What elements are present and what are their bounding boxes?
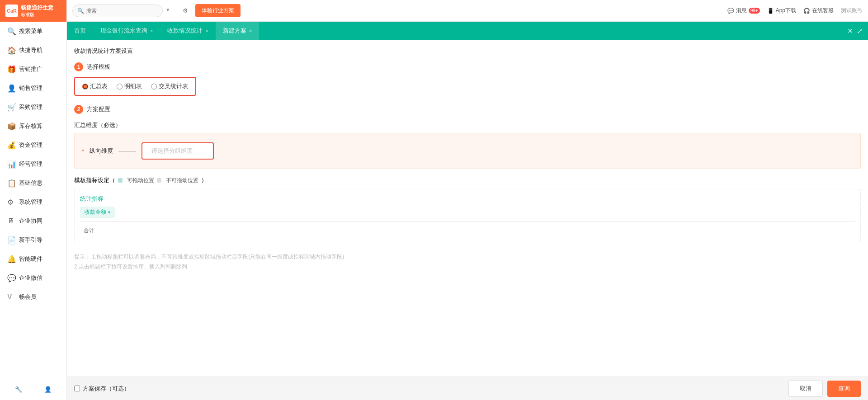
- app-download-item[interactable]: 📱 App下载: [767, 7, 796, 14]
- search-input[interactable]: [86, 8, 154, 14]
- cancel-button[interactable]: 取消: [788, 381, 823, 397]
- radio-summary-input[interactable]: [82, 84, 88, 89]
- message-icon-item[interactable]: 💬 消息 99+: [727, 7, 760, 14]
- page-title: 收款情况统计方案设置: [74, 47, 861, 55]
- step1-header: 1 选择模板: [74, 62, 861, 71]
- box-icon: 📦: [7, 122, 15, 130]
- settings-gear-icon[interactable]: ⚙: [179, 5, 192, 17]
- sidebar-bottom-icon2[interactable]: 👤: [41, 382, 55, 396]
- radio-cross-label: 交叉统计表: [159, 82, 188, 90]
- radio-detail-input[interactable]: [117, 84, 123, 89]
- tab-expand-icon[interactable]: ⤢: [857, 27, 863, 35]
- select-dimension-placeholder: 请选择分组维度: [151, 147, 193, 154]
- summary-dimension-label: 汇总维度（必选）: [74, 121, 861, 129]
- sidebar-item-label: 经营管理: [19, 160, 42, 168]
- collection-amount-label: 收款金额: [85, 208, 106, 216]
- gift-icon: 🎁: [7, 65, 15, 73]
- cart-icon: 🛒: [7, 103, 15, 111]
- sidebar-item-basic-info[interactable]: 📋 基础信息: [0, 174, 66, 193]
- radio-cross[interactable]: 交叉统计表: [151, 82, 188, 90]
- hint-1: 提示： 1.拖动标题栏可以调整布局，不可跨维度或指标区域拖动栏目字段(只能在同一…: [74, 252, 861, 262]
- app-icon: 📱: [767, 8, 774, 14]
- sidebar-item-enterprise[interactable]: 🖥 企业协同: [0, 212, 66, 231]
- gear-icon: ⚙: [7, 198, 15, 206]
- search-box[interactable]: 🔍: [72, 5, 163, 17]
- indicator-category-label: 统计指标: [80, 195, 855, 203]
- tabbar-controls: ✕ ⤢: [842, 22, 868, 40]
- radio-summary[interactable]: 汇总表: [82, 82, 108, 90]
- sidebar-item-guide[interactable]: 📄 新手引导: [0, 231, 66, 249]
- tab-home[interactable]: 首页: [67, 22, 93, 40]
- tab-cashflow-close[interactable]: ×: [150, 28, 153, 33]
- sidebar-item-hardware[interactable]: 🔔 智能硬件: [0, 249, 66, 268]
- sidebar-bottom: 🔧 👤: [0, 378, 66, 400]
- save-checkbox[interactable]: [74, 386, 80, 391]
- tab-new-plan[interactable]: 新建方案 ×: [216, 22, 259, 40]
- chart-icon: 📊: [7, 160, 15, 168]
- select-dimension-dropdown[interactable]: 请选择分组维度: [142, 142, 214, 160]
- content-area: 收款情况统计方案设置 1 选择模板 汇总表 明细表: [67, 40, 868, 400]
- sidebar-item-member[interactable]: V 畅会员: [0, 287, 66, 306]
- non-draggable-indicator: [157, 178, 161, 183]
- tab-collection-close[interactable]: ×: [205, 28, 208, 33]
- vip-icon: V: [7, 293, 15, 301]
- indicators-section: 模板指标设定（ 可拖动位置 不可拖动位置 ） 统计指标 收款金额 ▾: [74, 176, 861, 243]
- step1-title: 选择模板: [87, 63, 110, 71]
- radio-cross-input[interactable]: [151, 84, 157, 89]
- tab-home-label: 首页: [74, 27, 86, 35]
- radio-detail[interactable]: 明细表: [117, 82, 142, 90]
- tab-cashflow[interactable]: 现金银行流水查询 ×: [93, 22, 160, 40]
- tab-collection[interactable]: 收款情况统计 ×: [160, 22, 215, 40]
- step1-num: 1: [74, 62, 83, 71]
- money-icon: 💰: [7, 141, 15, 149]
- sidebar-item-search[interactable]: 🔍 搜索菜单: [0, 22, 66, 41]
- drag-cannot-label: 不可拖动位置: [166, 177, 198, 184]
- collection-amount-tag[interactable]: 收款金额 ▾: [80, 207, 115, 218]
- dropdown-icon[interactable]: ▾: [166, 6, 175, 15]
- indicator-row: 收款金额 ▾: [80, 207, 855, 218]
- drag-can-label: 可拖动位置: [127, 177, 154, 184]
- sidebar-item-system[interactable]: ⚙ 系统管理: [0, 193, 66, 212]
- user-name: 测试账号: [841, 7, 863, 14]
- tab-close-all-icon[interactable]: ✕: [847, 27, 853, 35]
- save-label: 方案保存（可选）: [83, 385, 130, 393]
- sidebar-bottom-icon1[interactable]: 🔧: [11, 382, 26, 396]
- sidebar-item-finance[interactable]: 💰 资金管理: [0, 136, 66, 155]
- sidebar-item-purchase[interactable]: 🛒 采购管理: [0, 98, 66, 117]
- message-icon: 💬: [727, 8, 734, 14]
- sidebar-item-label: 智能硬件: [19, 255, 42, 263]
- query-button[interactable]: 查询: [827, 381, 861, 397]
- monitor-icon: 🖥: [7, 217, 15, 225]
- app-label: App下载: [776, 7, 796, 14]
- online-service-item[interactable]: 🎧 在线客服: [803, 7, 834, 14]
- sidebar-item-marketing[interactable]: 🎁 营销推广: [0, 60, 66, 79]
- sidebar-item-sales[interactable]: 👤 销售管理: [0, 79, 66, 98]
- required-asterisk: *: [82, 148, 84, 155]
- sidebar-item-inventory[interactable]: 📦 库存核算: [0, 117, 66, 136]
- logo-icon: CaR: [5, 5, 18, 17]
- dimension-row: * 纵向维度 ——— 请选择分组维度: [82, 142, 853, 160]
- main-content: 收款情况统计方案设置 1 选择模板 汇总表 明细表: [67, 40, 868, 400]
- topbar: 🔍 ▾ ⚙ 体验行业方案 💬 消息 99+ 📱 App下载 🎧 在线客服 测试账…: [67, 0, 868, 22]
- arrow-icon: ———: [118, 148, 136, 155]
- tab-new-plan-close[interactable]: ×: [249, 28, 252, 33]
- sidebar-item-label: 基础信息: [19, 179, 42, 187]
- step2-title: 方案配置: [87, 105, 110, 113]
- hints-area: 提示： 1.拖动标题栏可以调整布局，不可跨维度或指标区域拖动栏目字段(只能在同一…: [74, 252, 861, 272]
- sidebar-item-management[interactable]: 📊 经营管理: [0, 155, 66, 174]
- sidebar-item-label: 畅会员: [19, 293, 37, 301]
- step1-section: 1 选择模板 汇总表 明细表 交叉统计表: [74, 62, 861, 96]
- sidebar-item-label: 资金管理: [19, 141, 42, 149]
- industry-plan-button[interactable]: 体验行业方案: [195, 4, 241, 17]
- tabbar: 首页 现金银行流水查询 × 收款情况统计 × 新建方案 × ✕ ⤢: [67, 22, 868, 40]
- sidebar: CaR 畅捷通好生意 标准版 🔍 搜索菜单 🏠 快捷导航 🎁 营销推广 👤 销售…: [0, 0, 67, 400]
- list-icon: 📋: [7, 179, 15, 187]
- radio-detail-label: 明细表: [124, 82, 142, 90]
- home-icon: 🏠: [7, 46, 15, 54]
- sidebar-item-wechat[interactable]: 💬 企业微信: [0, 268, 66, 287]
- topbar-right: 💬 消息 99+ 📱 App下载 🎧 在线客服 测试账号: [727, 7, 863, 14]
- dimension-area: * 纵向维度 ——— 请选择分组维度: [74, 133, 861, 169]
- sidebar-item-nav[interactable]: 🏠 快捷导航: [0, 41, 66, 60]
- msg-badge: 99+: [749, 8, 760, 14]
- doc-icon: 📄: [7, 236, 15, 244]
